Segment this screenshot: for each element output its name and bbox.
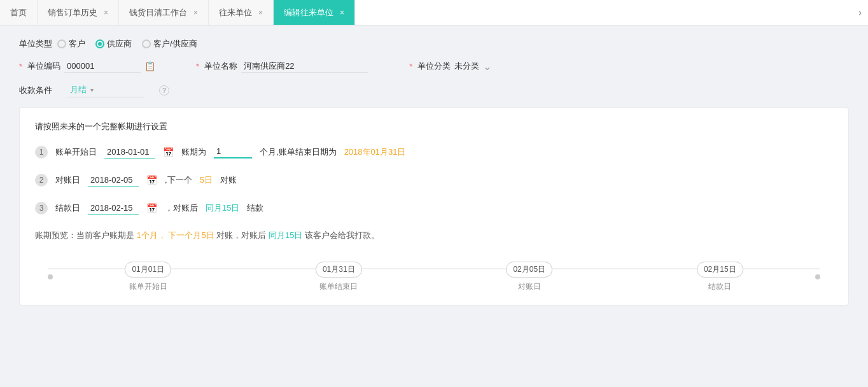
tab-cash-work-close[interactable]: × (193, 8, 198, 17)
classify-chevron-down-icon: ⌄ (483, 60, 491, 73)
timeline-label-2: 账单结束日 (319, 281, 358, 292)
payment-terms-arrow-icon: ▾ (90, 87, 94, 94)
period-number-3: 3 (35, 202, 48, 215)
page-content: 单位类型 客户 供应商 客户/供应商 * 单位编码 📋 * (0, 25, 868, 387)
tab-sales-history[interactable]: 销售订单历史 × (38, 0, 119, 25)
timeline-badge-4: 02月15日 (697, 262, 743, 278)
period-calendar-2-icon[interactable]: 📅 (146, 175, 157, 185)
radio-group: 客户 供应商 客户/供应商 (57, 38, 197, 50)
tab-sales-history-label: 销售订单历史 (48, 7, 97, 18)
radio-customer[interactable]: 客户 (57, 38, 85, 50)
period-highlight-3: 同月15日 (206, 202, 239, 214)
timeline-end-dot (815, 274, 820, 279)
unit-type-label: 单位类型 (19, 38, 52, 50)
unit-code-label: 单位编码 (27, 60, 60, 72)
tab-sales-history-close[interactable]: × (104, 8, 108, 17)
tab-partner-unit[interactable]: 往来单位 × (209, 0, 274, 25)
unit-code-icon[interactable]: 📋 (144, 61, 155, 71)
period-end-date-1: 2018年01月31日 (344, 146, 406, 158)
period-title: 请按照未来的一个完整帐期进行设置 (35, 121, 833, 132)
payment-terms-select[interactable]: 月结 ▾ (67, 83, 144, 97)
preview-span2: 下一个月5日 (168, 230, 214, 240)
unit-name-input[interactable] (241, 60, 368, 73)
payment-terms-value: 月结 (70, 84, 87, 95)
radio-customer-circle (57, 39, 66, 48)
tab-more-arrow[interactable]: › (852, 0, 868, 25)
timeline-label-1: 账单开始日 (129, 281, 167, 292)
timeline-node-3: 02月05日 对账日 (506, 262, 552, 292)
radio-supplier-circle (95, 39, 104, 48)
radio-both-label: 客户/供应商 (153, 38, 197, 50)
timeline-badge-1: 01月01日 (125, 262, 171, 278)
period-number-1: 1 (35, 146, 48, 158)
period-date-3[interactable] (88, 202, 139, 215)
unit-name-label: 单位名称 (204, 60, 237, 72)
unit-classify-star: * (409, 62, 412, 71)
unit-classify-group: * 单位分类 未分类 ⌄ (409, 60, 569, 73)
tab-partner-unit-label: 往来单位 (219, 7, 252, 18)
tab-edit-partner[interactable]: 编辑往来单位 × (274, 0, 355, 25)
period-suffix-1a: 账期为 (181, 146, 206, 158)
tab-partner-unit-close[interactable]: × (258, 8, 263, 17)
radio-both[interactable]: 客户/供应商 (142, 38, 197, 50)
preview-label: 账期预览：当前客户账期是 (35, 230, 134, 240)
radio-supplier-label: 供应商 (107, 38, 132, 50)
tab-cash-work[interactable]: 钱货日清工作台 × (119, 0, 209, 25)
period-suffix-2a: ,下一个 (165, 174, 192, 186)
payment-terms-label: 收款条件 (19, 85, 52, 96)
tab-home[interactable]: 首页 (0, 0, 38, 25)
payment-terms-help-icon[interactable]: ? (159, 85, 169, 95)
period-suffix-1b: 个月,账单结束日期为 (260, 146, 337, 158)
period-suffix-3b: 结款 (247, 202, 263, 214)
period-suffix-3a: ，对账后 (165, 202, 198, 214)
period-suffix-2b: 对账 (220, 174, 237, 186)
preview-end: 该客户会给我打款。 (305, 230, 379, 240)
unit-name-star: * (196, 62, 199, 71)
unit-name-group: * 单位名称 (196, 60, 368, 73)
period-month-input[interactable] (214, 145, 252, 158)
timeline-node-1: 01月01日 账单开始日 (125, 262, 171, 292)
period-calendar-1-icon[interactable]: 📅 (163, 147, 174, 157)
tab-bar: 首页 销售订单历史 × 钱货日清工作台 × 往来单位 × 编辑往来单位 × › (0, 0, 868, 25)
radio-customer-label: 客户 (69, 38, 85, 50)
timeline-label-3: 对账日 (518, 281, 541, 292)
period-row-3: 3 结款日 📅 ，对账后 同月15日 结款 (35, 202, 833, 215)
period-row-2: 2 对账日 📅 ,下一个 5日 对账 (35, 174, 833, 186)
timeline-node-2: 01月31日 账单结束日 (316, 262, 362, 292)
unit-type-row: 单位类型 客户 供应商 客户/供应商 (19, 38, 849, 50)
timeline-start-dot (48, 274, 53, 279)
period-number-2: 2 (35, 174, 48, 186)
tab-edit-partner-label: 编辑往来单位 (284, 7, 333, 18)
tab-cash-work-label: 钱货日清工作台 (129, 7, 187, 18)
period-card: 请按照未来的一个完整帐期进行设置 1 账单开始日 📅 账期为 个月,账单结束日期… (19, 108, 849, 306)
unit-code-star: * (19, 62, 22, 71)
tab-home-label: 首页 (10, 7, 27, 18)
period-date-1[interactable] (104, 146, 155, 158)
period-calendar-3-icon[interactable]: 📅 (146, 203, 157, 213)
timeline-badge-2: 01月31日 (316, 262, 362, 278)
unit-code-group: * 单位编码 📋 (19, 60, 155, 73)
radio-supplier[interactable]: 供应商 (95, 38, 132, 50)
timeline: 01月01日 账单开始日 01月31日 账单结束日 02月05日 对账日 02月… (35, 257, 833, 292)
period-date-2[interactable] (88, 174, 139, 186)
unit-classify-dropdown[interactable]: 未分类 ⌄ (454, 60, 569, 73)
timeline-label-4: 结款日 (708, 281, 731, 292)
period-label-2: 对账日 (55, 174, 80, 186)
preview-text: 账期预览：当前客户账期是 1个月， 下一个月5日 对账，对账后 同月15日 该客… (35, 230, 833, 241)
radio-both-circle (142, 39, 151, 48)
preview-span3: 同月15日 (269, 230, 302, 240)
timeline-badge-3: 02月05日 (506, 262, 552, 278)
payment-terms-row: 收款条件 月结 ▾ ? (19, 83, 849, 97)
preview-span1: 1个月， (137, 230, 166, 240)
unit-code-input[interactable] (64, 60, 141, 73)
timeline-node-4: 02月15日 结款日 (697, 262, 743, 292)
preview-mid: 对账，对账后 (216, 230, 266, 240)
unit-info-row: * 单位编码 📋 * 单位名称 * 单位分类 未分类 ⌄ (19, 60, 849, 73)
period-label-3: 结款日 (55, 202, 80, 214)
unit-classify-value: 未分类 (454, 60, 479, 72)
period-highlight-2: 5日 (200, 174, 213, 186)
period-label-1: 账单开始日 (55, 146, 97, 158)
tab-edit-partner-close[interactable]: × (340, 8, 344, 17)
unit-classify-label: 单位分类 (417, 60, 451, 72)
period-row-1: 1 账单开始日 📅 账期为 个月,账单结束日期为 2018年01月31日 (35, 145, 833, 158)
